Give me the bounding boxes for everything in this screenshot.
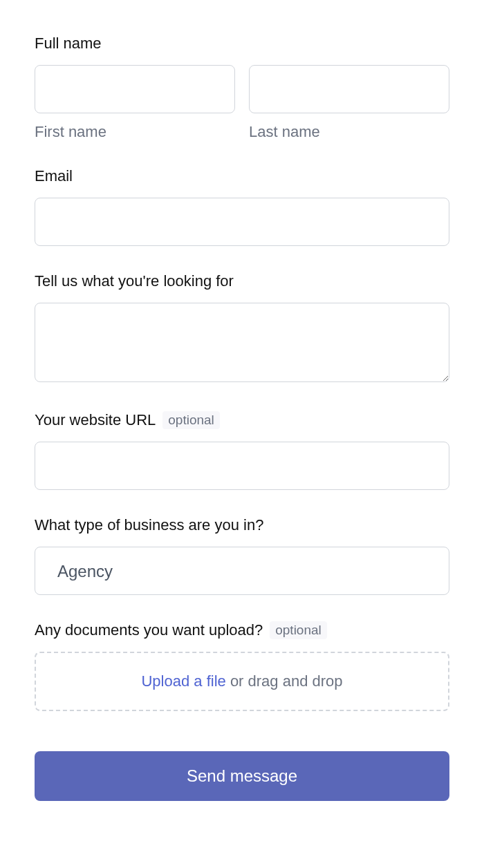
documents-label-row: Any documents you want upload? optional — [35, 621, 449, 639]
full-name-group: Full name First name Last name — [35, 35, 449, 141]
upload-dropzone[interactable]: Upload a file or drag and drop — [35, 652, 449, 711]
business-type-group: What type of business are you in? Agency — [35, 516, 449, 595]
name-row: First name Last name — [35, 65, 449, 141]
first-name-sublabel: First name — [35, 123, 235, 141]
looking-for-group: Tell us what you're looking for — [35, 272, 449, 385]
first-name-col: First name — [35, 65, 235, 141]
documents-optional-badge: optional — [270, 621, 327, 639]
email-label: Email — [35, 167, 449, 185]
looking-for-label: Tell us what you're looking for — [35, 272, 449, 290]
website-group: Your website URL optional — [35, 411, 449, 490]
last-name-input[interactable] — [249, 65, 449, 113]
documents-group: Any documents you want upload? optional … — [35, 621, 449, 711]
upload-link[interactable]: Upload a file — [141, 672, 225, 690]
documents-label: Any documents you want upload? — [35, 621, 263, 639]
website-input[interactable] — [35, 442, 449, 490]
business-type-select[interactable]: Agency — [35, 547, 449, 595]
last-name-sublabel: Last name — [249, 123, 449, 141]
email-group: Email — [35, 167, 449, 246]
business-type-label: What type of business are you in? — [35, 516, 449, 534]
looking-for-textarea[interactable] — [35, 303, 449, 382]
full-name-label: Full name — [35, 35, 449, 53]
email-input[interactable] — [35, 198, 449, 246]
last-name-col: Last name — [249, 65, 449, 141]
send-message-button[interactable]: Send message — [35, 751, 449, 801]
website-label-row: Your website URL optional — [35, 411, 449, 429]
website-label: Your website URL — [35, 411, 156, 429]
upload-rest-text: or drag and drop — [226, 672, 343, 690]
select-wrapper: Agency — [35, 547, 449, 595]
website-optional-badge: optional — [162, 411, 220, 429]
first-name-input[interactable] — [35, 65, 235, 113]
